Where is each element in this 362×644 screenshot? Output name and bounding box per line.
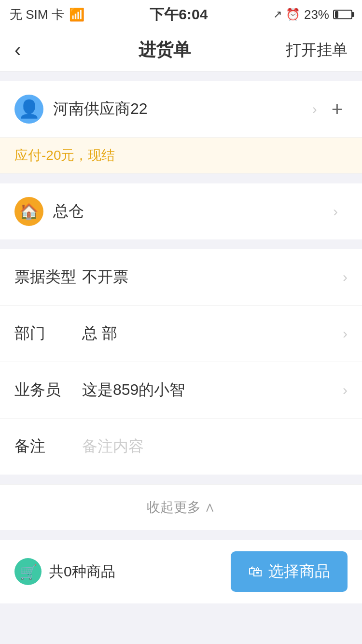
invoice-type-value: 不开票 [82,266,343,288]
department-row[interactable]: 部门 总 部 › [0,306,362,362]
supplier-section: 👤 河南供应商22 › + 应付-20元，现结 [0,81,362,174]
supplier-row[interactable]: 👤 河南供应商22 › + [0,81,362,138]
add-supplier-button[interactable]: + [327,98,348,120]
salesperson-row[interactable]: 业务员 这是859的小智 › [0,362,362,419]
alarm-icon: ⏰ [286,8,300,21]
status-bar: 无 SIM 卡 📶 下午6:04 ↗ ⏰ 23% [0,0,362,29]
nav-bar: ‹ 进货单 打开挂单 [0,29,362,71]
open-pending-button[interactable]: 打开挂单 [286,40,348,61]
chevron-right-icon: › [312,101,317,117]
remark-row[interactable]: 备注 备注内容 [0,419,362,475]
remark-input[interactable]: 备注内容 [82,436,348,457]
product-icon: 🛒 [19,563,37,580]
collapse-row[interactable]: 收起更多 ∧ [0,484,362,530]
select-product-button[interactable]: 🛍 选择商品 [231,551,348,592]
product-icon-wrap: 🛒 [14,558,42,585]
status-left: 无 SIM 卡 📶 [10,6,84,23]
battery-icon [333,10,352,19]
avatar: 👤 [14,95,43,124]
product-count-wrap: 🛒 共0种商品 [14,558,115,585]
person-icon: 👤 [18,99,40,119]
notice-text: 应付-20元，现结 [14,148,115,163]
chevron-right-icon4: › [343,325,348,342]
warehouse-row[interactable]: 🏠 总仓 › [0,183,362,239]
page-title: 进货单 [139,38,191,62]
back-button[interactable]: ‹ [14,39,43,61]
warehouse-section: 🏠 总仓 › [0,183,362,239]
status-right: ↗ ⏰ 23% [273,7,352,22]
collapse-text: 收起更多 ∧ [147,498,216,517]
page-bg [0,603,362,644]
remark-label: 备注 [14,436,82,457]
salesperson-label: 业务员 [14,379,82,401]
form-section: 票据类型 不开票 › 部门 总 部 › 业务员 这是859的小智 › 备注 备注… [0,249,362,475]
supplier-name: 河南供应商22 [53,98,312,120]
salesperson-value: 这是859的小智 [82,379,343,401]
notice-bar: 应付-20元，现结 [0,138,362,174]
carrier-text: 无 SIM 卡 [10,6,64,23]
select-product-label: 选择商品 [268,561,330,582]
warehouse-icon: 🏠 [19,202,39,221]
gap2 [0,174,362,183]
invoice-type-label: 票据类型 [14,266,82,288]
status-time: 下午6:04 [150,5,208,25]
battery-text: 23% [304,7,329,22]
gap1 [0,71,362,81]
location-icon: ↗ [273,8,282,21]
chevron-right-icon3: › [343,269,348,285]
warehouse-name: 总仓 [53,201,333,222]
chevron-right-icon5: › [343,382,348,398]
invoice-type-row[interactable]: 票据类型 不开票 › [0,249,362,306]
department-value: 总 部 [82,323,343,344]
warehouse-icon-wrap: 🏠 [14,197,43,226]
chevron-right-icon2: › [333,203,338,220]
product-count-text: 共0种商品 [49,562,115,582]
wifi-icon: 📶 [69,7,84,22]
bottom-bar: 🛒 共0种商品 🛍 选择商品 [0,540,362,603]
department-label: 部门 [14,323,82,344]
cart-plus-icon: 🛍 [248,563,263,580]
